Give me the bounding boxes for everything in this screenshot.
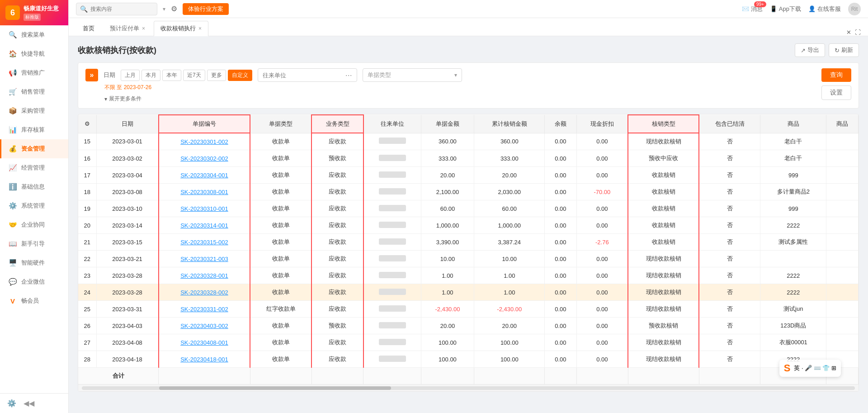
cell-bill-no[interactable]: SK-20230304-001 (159, 167, 250, 184)
tab-prepay[interactable]: 预计应付单 × (103, 20, 152, 36)
cell-bill-no[interactable]: SK-20230328-001 (159, 267, 250, 284)
sidebar-item-search[interactable]: 🔍 搜索菜单 (0, 25, 68, 44)
filter-bill-type-wrap[interactable]: 单据类型 ▾ (363, 68, 462, 82)
footer-bill-amount (421, 368, 474, 385)
sidebar-item-enterprise[interactable]: 🤝 企业协同 (0, 215, 68, 234)
filter-custom[interactable]: 自定义 (228, 70, 252, 81)
cell-write-off-type: 现结收款核销 (628, 267, 699, 284)
col-header-settings[interactable]: ⚙ (78, 115, 96, 133)
table-row: 28 2023-04-18 SK-20230418-001 收款单 应收款 10… (78, 351, 859, 368)
cell-bill-no[interactable]: SK-20230331-002 (159, 301, 250, 318)
cell-bill-no[interactable]: SK-20230310-001 (159, 200, 250, 217)
cell-date: 2023-03-28 (96, 284, 159, 301)
filter-this-year[interactable]: 本年 (162, 70, 181, 81)
cell-cash-discount: 0.00 (576, 334, 628, 351)
page-header-actions: ↗ 导出 ↻ 刷新 (795, 43, 859, 57)
sidebar-item-label: 智能硬件 (21, 259, 45, 267)
cell-bill-no[interactable]: SK-20230408-001 (159, 334, 250, 351)
sidebar-item-finance[interactable]: 💰 资金管理 (0, 139, 68, 158)
tab-close-icon[interactable]: ✕ (846, 29, 851, 36)
sidebar: 6 畅康道好生意 标推版 🔍 搜索菜单 🏠 快捷导航 📢 营销推广 🛒 销售管理… (0, 0, 69, 413)
settings-bottom-icon[interactable]: ⚙️ (7, 399, 16, 408)
col-header-acc-write-off: 累计核销金额 (474, 115, 545, 133)
sidebar-item-system[interactable]: ⚙️ 系统管理 (0, 196, 68, 215)
footer-label: 合计 (78, 368, 159, 385)
cell-bill-no[interactable]: SK-20230321-003 (159, 251, 250, 267)
cell-goods2 (826, 267, 859, 284)
cell-bill-no[interactable]: SK-20230301-002 (159, 133, 250, 150)
cell-acc-write-off: 10.00 (474, 251, 545, 267)
page-header: 收款核销执行(按收款) ↗ 导出 ↻ 刷新 (78, 43, 859, 57)
cell-bill-no[interactable]: SK-20230403-002 (159, 318, 250, 334)
home-icon: 🏠 (9, 50, 17, 58)
cell-date: 2023-03-15 (96, 234, 159, 251)
cell-bill-amount: 360.00 (421, 133, 474, 150)
message-action[interactable]: ✉️ 消息 99+ (742, 5, 763, 13)
cell-bill-no[interactable]: SK-20230315-002 (159, 234, 250, 251)
cell-include-settled: 否 (699, 267, 760, 284)
collapse-icon[interactable]: ◀◀ (24, 399, 34, 408)
cell-bill-no[interactable]: SK-20230418-001 (159, 351, 250, 368)
sidebar-item-basic[interactable]: ℹ️ 基础信息 (0, 177, 68, 196)
solution-button[interactable]: 体验行业方案 (183, 3, 229, 15)
cell-include-settled: 否 (699, 301, 760, 318)
sidebar-item-operations[interactable]: 📈 经营管理 (0, 158, 68, 177)
cell-bill-no[interactable]: SK-20230314-001 (159, 217, 250, 234)
cell-biz-type: 应收款 (311, 284, 363, 301)
sidebar-item-inventory[interactable]: 📊 库存核算 (0, 120, 68, 139)
sidebar-item-sales[interactable]: 🛒 销售管理 (0, 82, 68, 101)
cell-bill-no[interactable]: SK-20230328-002 (159, 284, 250, 301)
filter-last-month[interactable]: 上月 (121, 70, 140, 81)
cell-cash-discount: -2.76 (576, 234, 628, 251)
online-service-action[interactable]: 👤 在线客服 (808, 5, 841, 13)
cell-acc-write-off: 3,387.24 (474, 234, 545, 251)
user-avatar[interactable]: Rit (848, 3, 861, 15)
col-header-write-off-type: 核销类型 (628, 115, 699, 133)
sidebar-item-marketing[interactable]: 📢 营销推广 (0, 63, 68, 82)
tab-receipt-close[interactable]: × (198, 25, 202, 32)
sidebar-item-guide[interactable]: 📖 新手引导 (0, 234, 68, 253)
cell-include-settled: 否 (699, 184, 760, 200)
cell-biz-type: 应收款 (311, 251, 363, 267)
tab-receipt[interactable]: 收款核销执行 × (154, 21, 208, 36)
tab-prepay-label: 预计应付单 (110, 24, 139, 33)
filter-7days[interactable]: 近7天 (183, 70, 205, 81)
sidebar-item-label: 采购管理 (21, 107, 45, 115)
filter-this-month[interactable]: 本月 (142, 70, 160, 81)
sidebar-item-purchase[interactable]: 📦 采购管理 (0, 101, 68, 120)
sidebar-item-hardware[interactable]: 🖥️ 智能硬件 (0, 253, 68, 272)
cell-partner (363, 267, 421, 284)
app-download-action[interactable]: 📱 App下载 (770, 5, 801, 13)
scrollbar-area[interactable] (78, 384, 859, 391)
sidebar-item-member[interactable]: V 畅会员 (0, 291, 68, 310)
cell-bill-no[interactable]: SK-20230308-001 (159, 184, 250, 200)
filter-partner-dots[interactable]: ··· (345, 71, 352, 80)
export-button[interactable]: ↗ 导出 (795, 43, 825, 57)
cell-date: 2023-03-14 (96, 217, 159, 234)
cell-partner (363, 251, 421, 267)
refresh-button[interactable]: ↻ 刷新 (829, 43, 859, 57)
header-gear-icon[interactable]: ⚙ (171, 5, 177, 13)
filter-expand[interactable]: ▾ 展开更多条件 (104, 95, 816, 103)
tab-home[interactable]: 首页 (76, 20, 101, 36)
scrollbar-thumb[interactable] (159, 386, 391, 390)
sidebar-item-label: 基础信息 (21, 183, 45, 191)
query-button[interactable]: 查询 (821, 68, 851, 82)
tab-prepay-close[interactable]: × (142, 25, 145, 32)
cell-cash-discount: -70.00 (576, 184, 628, 200)
sidebar-item-wechat[interactable]: 💬 企业微信 (0, 272, 68, 291)
cell-bill-no[interactable]: SK-20230302-002 (159, 150, 250, 167)
tab-receipt-label: 收款核销执行 (160, 24, 196, 33)
filter-partner-input[interactable] (263, 72, 345, 79)
header-dropdown-icon[interactable]: ▾ (163, 6, 165, 12)
cell-acc-write-off: 1,000.00 (474, 217, 545, 234)
filter-toggle-button[interactable]: » (85, 69, 98, 81)
filter-more[interactable]: 更多 (207, 70, 226, 81)
sidebar-bottom: ⚙️ ◀◀ (0, 393, 68, 413)
cell-bill-type: 收款单 (250, 284, 311, 301)
header-search-input[interactable] (90, 6, 145, 12)
cell-goods (760, 251, 826, 267)
settings-filter-button[interactable]: 设置 (821, 85, 851, 100)
tab-expand-icon[interactable]: ⛶ (855, 29, 861, 36)
sidebar-item-shortcut[interactable]: 🏠 快捷导航 (0, 44, 68, 63)
